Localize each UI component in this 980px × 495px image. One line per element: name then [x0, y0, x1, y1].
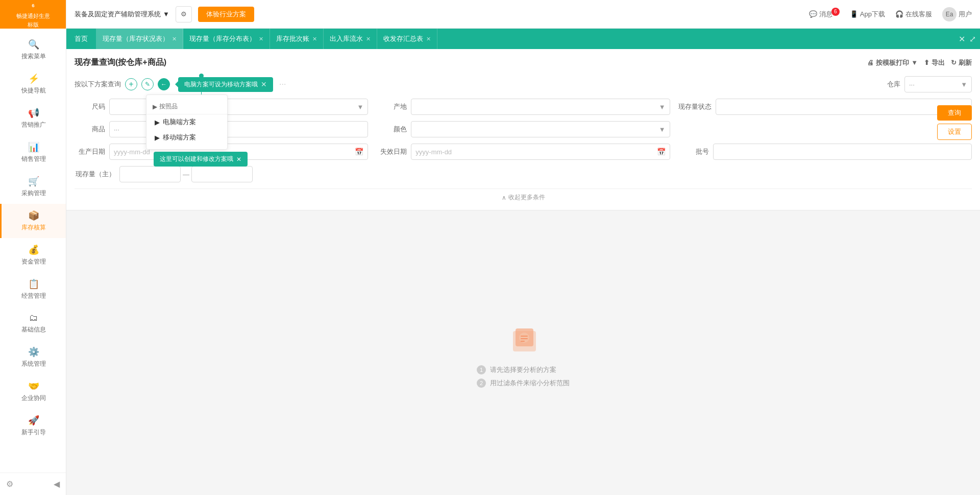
- chevron-down-icon: ▼: [659, 126, 666, 133]
- export-btn[interactable]: ⬆ 导出: [924, 58, 945, 67]
- purchase-icon: 🛒: [28, 176, 39, 187]
- stock-range-from[interactable]: [119, 166, 181, 182]
- sidebar-item-enterprise[interactable]: 🤝 企业协同: [0, 374, 66, 409]
- scheme-tooltip-wrapper: 电脑方案可设为移动方案哦 ✕: [178, 77, 273, 92]
- sidebar-item-sales[interactable]: 📊 销售管理: [0, 135, 66, 170]
- trial-button[interactable]: 体验行业方案: [198, 7, 254, 22]
- svg-rect-5: [521, 336, 528, 337]
- tab-close-inventory-dist[interactable]: ✕: [259, 36, 263, 42]
- filter-dots-1[interactable]: ···: [277, 80, 288, 89]
- stock-range-to[interactable]: [191, 166, 253, 182]
- sidebar-item-basic[interactable]: 🗂 基础信息: [0, 307, 66, 340]
- scheme-item-mobile[interactable]: ▶ 移动端方案: [146, 130, 227, 145]
- range-sep: —: [183, 171, 189, 178]
- refresh-btn[interactable]: ↻ 刷新: [951, 58, 972, 67]
- marketing-icon: 📢: [28, 107, 39, 119]
- sidebar-item-quicknav[interactable]: ⚡ 快捷导航: [0, 67, 66, 101]
- sidebar-item-label: 经营管理: [21, 292, 46, 300]
- hint-text-2: 用过滤条件来缩小分析范围: [490, 379, 570, 388]
- filter-edit-btn[interactable]: ✎: [141, 78, 154, 90]
- sidebar-item-label: 营销推广: [21, 121, 46, 129]
- scheme-tooltip-text: 电脑方案可设为移动方案哦: [184, 80, 258, 89]
- hint-num-1: 1: [477, 365, 486, 374]
- warehouse-select[interactable]: ··· ▼: [904, 76, 972, 92]
- sidebar-item-system[interactable]: ⚙️ 系统管理: [0, 340, 66, 374]
- hint-num-2: 2: [477, 379, 486, 388]
- print-dropdown-icon: ▼: [911, 59, 918, 66]
- stock-status-select[interactable]: ▼: [716, 99, 972, 115]
- sidebar-item-guide[interactable]: 🚀 新手引导: [0, 409, 66, 443]
- tab-inventory-dist[interactable]: 现存量（库存分布表） ✕: [183, 29, 270, 49]
- app-label: App下载: [860, 10, 885, 19]
- batch-no-input[interactable]: [713, 144, 972, 160]
- filter-stock-status: 现存量状态 ▼: [678, 99, 972, 115]
- sidebar-item-label: 资金管理: [21, 257, 46, 266]
- tab-close-inventory-status[interactable]: ✕: [172, 36, 177, 42]
- tab-collect[interactable]: 收发存汇总表 ✕: [377, 29, 437, 49]
- tab-batch[interactable]: 库存批次账 ✕: [270, 29, 324, 49]
- system-selector[interactable]: 装备及固定资产辅助管理系统 ▼: [75, 10, 169, 19]
- sales-icon: 📊: [28, 142, 39, 153]
- phone-icon: 📱: [850, 10, 858, 18]
- tab-inout[interactable]: 出入库流水 ✕: [324, 29, 377, 49]
- reset-button[interactable]: 设置: [937, 124, 972, 140]
- sidebar-item-purchase[interactable]: 🛒 采购管理: [0, 170, 66, 204]
- color-select[interactable]: ▼: [411, 121, 670, 137]
- tab-close-inout[interactable]: ✕: [366, 36, 371, 42]
- collapse-sidebar-icon[interactable]: ◀: [54, 479, 60, 489]
- message-item[interactable]: 💬 消息 6: [809, 10, 840, 19]
- sidebar-item-label: 销售管理: [21, 155, 46, 163]
- sidebar-item-finance[interactable]: 💰 资金管理: [0, 238, 66, 272]
- filter-add-btn[interactable]: +: [125, 78, 137, 90]
- filter-batch-no: 批号: [678, 144, 972, 160]
- empty-hints: 1 请先选择要分析的方案 2 用过滤条件来缩小分析范围: [477, 365, 570, 388]
- basic-icon: 🗂: [29, 313, 38, 323]
- tab-home[interactable]: 首页: [66, 29, 96, 49]
- sidebar-item-label: 新手引导: [21, 428, 46, 437]
- user-label: 用户: [959, 10, 972, 19]
- connector-dot-top: [199, 74, 204, 78]
- finance-icon: 💰: [28, 244, 39, 255]
- origin-select[interactable]: ▼: [411, 99, 670, 115]
- header-right: 💬 消息 6 📱 App下载 🎧 在线客服 Ea 用户: [809, 7, 972, 21]
- expire-date-input[interactable]: yyyy-mm-dd 📅: [411, 144, 670, 160]
- search-icon: 🔍: [28, 39, 39, 50]
- support-label: 在线客服: [905, 10, 932, 19]
- collapse-bar: ∧ 收起更多条件: [75, 188, 972, 202]
- settings-bottom-icon[interactable]: ⚙: [6, 479, 13, 489]
- filter-bar: 按以下方案查询 + ✎ ← 电脑方案可设为移动方案哦 ✕ ···: [75, 76, 972, 92]
- logo-subtext: 标版: [28, 21, 39, 29]
- tab-inventory-status[interactable]: 现存量（库存状况表） ✕: [96, 29, 183, 49]
- sidebar-item-label: 采购管理: [21, 189, 46, 198]
- scheme-tooltip-close[interactable]: ✕: [261, 80, 267, 88]
- tab-close-batch[interactable]: ✕: [312, 36, 317, 42]
- sidebar-item-inventory[interactable]: 📦 库存核算: [0, 204, 66, 238]
- page-title: 现存量查询(按仓库+商品): [75, 57, 166, 68]
- filter-color: 颜色 ▼: [376, 121, 670, 137]
- sidebar-bottom: ⚙ ◀: [0, 473, 66, 495]
- page-content: 现存量查询(按仓库+商品) 🖨 按模板打印 ▼ ⬆ 导出 ↻ 刷新: [66, 49, 980, 495]
- collapse-btn[interactable]: ∧ 收起更多条件: [502, 193, 545, 202]
- sidebar-item-marketing[interactable]: 📢 营销推广: [0, 101, 66, 135]
- chevron-down-icon: ▼: [357, 103, 363, 111]
- settings-button[interactable]: ⚙: [176, 6, 192, 22]
- support-item[interactable]: 🎧 在线客服: [895, 10, 932, 19]
- query-panel: 现存量查询(按仓库+商品) 🖨 按模板打印 ▼ ⬆ 导出 ↻ 刷新: [66, 49, 980, 210]
- tab-close-all-icon[interactable]: ✕: [959, 34, 965, 44]
- tab-close-collect[interactable]: ✕: [426, 36, 431, 42]
- user-item[interactable]: Ea 用户: [942, 7, 972, 21]
- filter-expire-date: 失效日期 yyyy-mm-dd 📅: [376, 144, 670, 160]
- page-title-row: 现存量查询(按仓库+商品) 🖨 按模板打印 ▼ ⬆ 导出 ↻ 刷新: [75, 57, 972, 68]
- sidebar-logo: 6 畅捷通好生意 标版: [0, 0, 66, 29]
- search-button[interactable]: 查询: [937, 105, 972, 121]
- inventory-icon: 📦: [28, 210, 39, 221]
- app-download-item[interactable]: 📱 App下载: [850, 10, 885, 19]
- tab-expand-icon[interactable]: ⤢: [969, 34, 976, 44]
- template-print-btn[interactable]: 🖨 按模板打印 ▼: [867, 58, 918, 67]
- scheme-item-desktop[interactable]: ▶ 电脑端方案: [146, 114, 227, 130]
- edit-tooltip-close[interactable]: ✕: [236, 156, 241, 163]
- filter-back-btn[interactable]: ←: [158, 78, 170, 90]
- sidebar-item-search[interactable]: 🔍 搜索菜单: [0, 33, 66, 67]
- chevron-down-icon: ▼: [961, 81, 967, 88]
- sidebar-item-operations[interactable]: 📋 经营管理: [0, 272, 66, 307]
